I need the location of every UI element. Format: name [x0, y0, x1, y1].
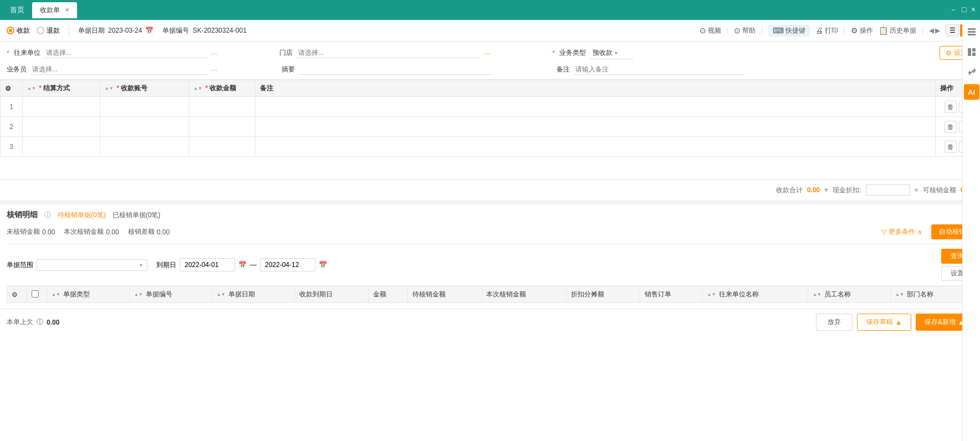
summary-input[interactable] [298, 64, 492, 75]
account-cell-1[interactable] [100, 97, 189, 117]
form-row-1: * 往来单位 ··· 门店 ··· * 业务类型 预收款 ▾ [7, 46, 973, 60]
account-cell-3[interactable] [100, 137, 189, 157]
col-type-header: ▲▼ 单据类型 [47, 286, 130, 303]
hexiao-header: 核销明细 ⓘ 待核销单据(0笔) 已核销单据(0笔) [7, 210, 973, 220]
shortcut-action[interactable]: ⌨ 快捷键 [768, 25, 810, 37]
sidebar-preview-icon[interactable] [964, 44, 979, 60]
staff-more-icon[interactable]: ··· [211, 65, 217, 74]
tab-close-icon[interactable]: × [65, 6, 69, 14]
range-select[interactable]: ▾ [37, 259, 147, 271]
print-icon: 🖨 [815, 26, 823, 35]
tab-home[interactable]: 首页 [4, 2, 30, 18]
diff-value: 0.00 [157, 228, 170, 236]
settlement-cell-3[interactable] [23, 137, 100, 157]
maximize-icon[interactable]: □ [962, 5, 966, 15]
biz-type-select[interactable]: 预收款 ▾ [589, 47, 634, 59]
date-end-input[interactable] [260, 258, 315, 271]
close-window-icon[interactable]: × [971, 5, 976, 15]
table-row: 1 🗑 ⧉ [1, 97, 980, 117]
limit-info-icon: ⓘ [37, 317, 43, 327]
draft-btn[interactable]: 保存草稿 ▲ [857, 314, 911, 331]
help-icon: ⊙ [734, 26, 741, 35]
done-cancel-tab[interactable]: 已核销单据(0笔) [113, 211, 161, 220]
delete-row-3-btn[interactable]: 🗑 [945, 141, 957, 153]
delete-row-1-btn[interactable]: 🗑 [945, 101, 957, 113]
col-settings-bottom[interactable]: ⚙ [7, 286, 27, 303]
operate-action[interactable]: ⚙ 操作 [851, 26, 873, 35]
settlement-cell-2[interactable] [23, 117, 100, 137]
main-table: ⚙ ▲▼ 结算方式 ▲▼ 收款账号 ▲▼ 收款金额 备注 [0, 80, 980, 157]
number-value: SK-20230324-001 [192, 27, 246, 34]
radio-collect[interactable]: 收款 [7, 26, 30, 35]
nav-arrows: ◀ ▶ [929, 27, 940, 34]
this-cancel-stat: 本次核销金额 0.00 [64, 227, 119, 237]
print-action[interactable]: 🖨 打印 [815, 26, 838, 35]
col-settings-header[interactable]: ⚙ [1, 80, 23, 97]
amount-cell-3[interactable] [189, 137, 256, 157]
svg-rect-5 [972, 53, 976, 56]
remark-input[interactable] [573, 64, 745, 75]
diff-stat: 核销差额 0.00 [128, 227, 170, 237]
help-action[interactable]: ⊙ 帮助 [734, 26, 756, 35]
account-cell-2[interactable] [100, 117, 189, 137]
pending-cancel-tab[interactable]: 待核销单据(0笔) [58, 211, 106, 220]
remark-cell-3[interactable] [256, 137, 936, 157]
svg-rect-2 [968, 34, 976, 35]
radio-group: 收款 退款 [7, 26, 60, 35]
svg-rect-1 [968, 31, 976, 33]
list-view-btn[interactable]: ☰ [946, 24, 959, 37]
table-row: 2 🗑 ⧉ [1, 117, 980, 137]
settlement-cell-1[interactable] [23, 97, 100, 117]
footer-actions: 放弃 保存草稿 ▲ 保存&新增 ▲ [816, 314, 973, 331]
staff-input[interactable] [30, 64, 207, 75]
col-amount-header: ▲▼ 收款金额 [189, 80, 256, 97]
table-row: 3 🗑 ⧉ [1, 137, 980, 157]
this-cancel-value: 0.00 [106, 228, 119, 236]
calendar-icon[interactable]: 📅 [145, 27, 154, 34]
sidebar-link-icon[interactable] [964, 64, 979, 80]
more-conditions-btn[interactable]: ▽ 更多条件 ∧ [881, 227, 922, 237]
col-staff-header: ▲▼ 员工名称 [808, 286, 891, 303]
remark-field: 备注 [557, 64, 745, 75]
video-action[interactable]: ⊙ 视频 [700, 26, 721, 35]
radio-return[interactable]: 退款 [37, 26, 60, 35]
partner-input[interactable] [44, 48, 208, 58]
filter-icon: ▽ [881, 228, 886, 236]
next-arrow[interactable]: ▶ [935, 27, 940, 34]
store-field: 门店 ··· [279, 48, 490, 58]
summary-field: 摘要 [282, 64, 492, 75]
minimize-icon[interactable]: － [950, 5, 957, 15]
col-settlement-header: ▲▼ 结算方式 [23, 80, 100, 97]
prev-arrow[interactable]: ◀ [929, 27, 934, 34]
discount-input[interactable] [866, 184, 910, 196]
window-controls: － □ × [950, 5, 976, 15]
tab-active[interactable]: 收款单 × [32, 2, 77, 18]
remark-cell-1[interactable] [256, 97, 936, 117]
col-checkbox[interactable] [27, 286, 47, 303]
store-input[interactable] [296, 48, 480, 58]
calendar-start-icon[interactable]: 📅 [238, 261, 247, 269]
main-content: 收款 退款 单据日期 2023-03-24 📅 单据编号 SK-20230324… [0, 20, 980, 441]
bottom-table-section: ⚙ ▲▼ 单据类型 ▲▼ 单据编号 ▲▼ 单据日期 [7, 286, 973, 303]
amount-cell-1[interactable] [189, 97, 256, 117]
date-value: 2023-03-24 [108, 27, 142, 34]
col-number-header: ▲▼ 单据编号 [129, 286, 212, 303]
sidebar-table-icon[interactable] [964, 24, 979, 40]
delete-row-2-btn[interactable]: 🗑 [945, 121, 957, 133]
abandon-btn[interactable]: 放弃 [816, 314, 853, 331]
store-more-icon[interactable]: ··· [483, 49, 490, 58]
radio-collect-dot [7, 27, 14, 34]
number-field: 单据编号 SK-20230324-001 [162, 26, 246, 35]
select-all-checkbox[interactable] [32, 290, 39, 298]
calendar-end-icon[interactable]: 📅 [319, 261, 327, 269]
date-start-input[interactable] [180, 258, 235, 271]
sidebar-ai-icon[interactable]: Ai [964, 84, 979, 100]
col-discount-header: 折扣分摊额 [566, 286, 640, 303]
amount-cell-2[interactable] [189, 117, 256, 137]
partner-more-icon[interactable]: ··· [211, 49, 217, 58]
staff-field: 业务员 ··· [7, 64, 217, 75]
col-sales-order-header: 销售订单 [640, 286, 702, 303]
remark-cell-2[interactable] [256, 117, 936, 137]
history-icon: 📋 [879, 26, 888, 35]
history-action[interactable]: 📋 历史单据 [879, 26, 916, 35]
